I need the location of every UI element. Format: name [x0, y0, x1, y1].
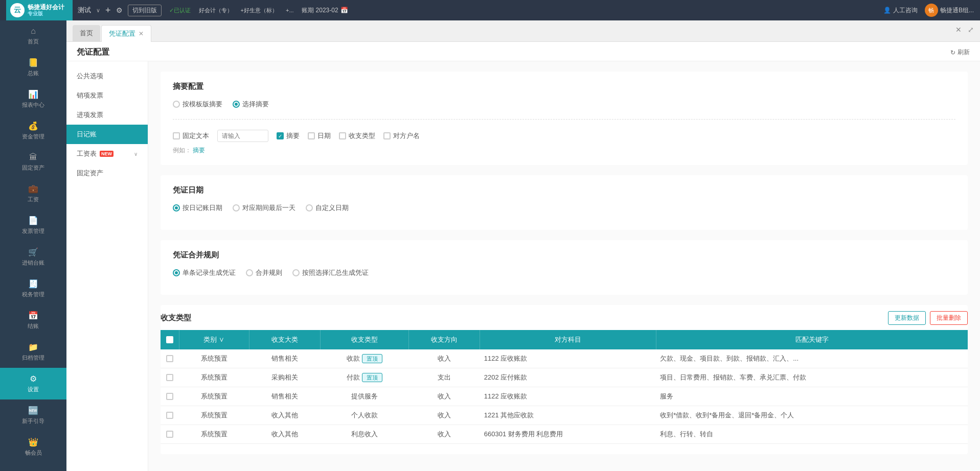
right-panel: 摘要配置 按模板版摘要 选择摘要	[148, 61, 980, 471]
funds-icon: 💰	[28, 121, 38, 131]
th-checkbox[interactable]	[161, 330, 179, 349]
sidebar-item-tax[interactable]: 🧾 税务管理	[0, 273, 66, 304]
sidebar-item-funds[interactable]: 💰 资金管理	[0, 115, 66, 147]
sidebar-item-settings[interactable]: ⚙ 设置	[0, 368, 66, 399]
row4-checkbox-cell[interactable]	[161, 406, 179, 425]
user-info[interactable]: 畅 畅捷通B组...	[925, 4, 974, 17]
update-data-button[interactable]: 更新数据	[888, 311, 926, 325]
left-menu-item-public[interactable]: 公共选项	[66, 66, 148, 86]
row3-checkbox[interactable]	[166, 393, 173, 400]
checkbox-box-date	[308, 132, 315, 139]
guide-icon: 🆕	[28, 406, 38, 415]
radio-period-last[interactable]: 对应期间最后一天	[233, 203, 295, 213]
sidebar-item-purchase[interactable]: 🛒 进销台账	[0, 241, 66, 273]
company-arrow[interactable]: ∨	[96, 7, 100, 14]
purchase-icon: 🛒	[28, 247, 38, 257]
left-menu-item-fixed-assets[interactable]: 固定资产	[66, 163, 148, 183]
sidebar-item-archive[interactable]: 📁 归档管理	[0, 336, 66, 368]
add-button[interactable]: +	[105, 5, 111, 16]
left-menu-item-purchase-invoice[interactable]: 进项发票	[66, 105, 148, 125]
checkbox-payment-type[interactable]: 收支类型	[339, 131, 375, 140]
company-name: 测试	[78, 6, 91, 15]
sidebar-item-reports[interactable]: 📊 报表中心	[0, 83, 66, 115]
sidebar-item-assets[interactable]: 🏛 固定资产	[0, 147, 66, 178]
th-keyword-label: 匹配关键字	[795, 336, 829, 343]
window-close-button[interactable]: ✕	[954, 25, 963, 35]
row2-checkbox[interactable]	[166, 374, 173, 381]
checkbox-label-payment-type: 收支类型	[349, 131, 375, 140]
radio-merge[interactable]: 合并规则	[246, 268, 282, 277]
sidebar-label-ledger: 总账	[28, 69, 39, 77]
checkbox-fixed-text[interactable]: 固定文本	[173, 131, 209, 140]
calendar-icon[interactable]: 📅	[340, 7, 348, 14]
checkbox-summary[interactable]: ✓ 摘要	[277, 131, 300, 140]
consult-button[interactable]: 👤 人工咨询	[883, 6, 918, 15]
sidebar-item-guide[interactable]: 🆕 新手引导	[0, 399, 66, 431]
tab-home-label: 首页	[80, 29, 93, 38]
select-all-checkbox[interactable]	[166, 336, 173, 343]
merge-rules-radio-group: 单条记录生成凭证 合并规则 按照选择汇总生成凭证	[173, 268, 955, 277]
window-controls: ✕ ⤢	[954, 25, 975, 35]
radio-custom-date[interactable]: 自定义日期	[306, 203, 349, 213]
refresh-button[interactable]: ↻ 刷新	[950, 48, 970, 57]
radio-summary-gen[interactable]: 按照选择汇总生成凭证	[292, 268, 369, 277]
radio-journal-date[interactable]: 按日记账日期	[173, 203, 222, 213]
row5-checkbox[interactable]	[166, 431, 173, 438]
row2-reset-tag[interactable]: 置顶	[362, 373, 382, 382]
window-expand-button[interactable]: ⤢	[967, 25, 975, 35]
period-value: 2023-02	[316, 7, 338, 14]
tab-close-icon[interactable]: ✕	[139, 30, 144, 37]
sidebar-item-salary[interactable]: 💼 工资	[0, 178, 66, 209]
row3-checkbox-cell[interactable]	[161, 387, 179, 406]
row2-checkbox-cell[interactable]	[161, 368, 179, 387]
checkbox-date[interactable]: 日期	[308, 131, 331, 140]
radio-label-journal-date: 按日记账日期	[183, 203, 222, 213]
left-menu-label-journal: 日记账	[77, 130, 97, 139]
example-text: 例如： 摘要	[173, 146, 955, 155]
sidebar-item-home[interactable]: ⌂ 首页	[0, 20, 66, 52]
tag-haoshengyi: +好生意（标）	[238, 6, 280, 15]
radio-label-select: 选择摘要	[242, 100, 269, 109]
row4-checkbox[interactable]	[166, 412, 173, 419]
invoices-icon: 📄	[28, 216, 38, 225]
row4-category: 系统预置	[179, 406, 249, 425]
sidebar-item-invoices[interactable]: 📄 发票管理	[0, 209, 66, 241]
row2-category: 系统预置	[179, 368, 249, 387]
user-avatar: 畅	[925, 4, 938, 17]
sidebar-item-ledger[interactable]: 📒 总账	[0, 52, 66, 83]
row5-checkbox-cell[interactable]	[161, 425, 179, 444]
page-header: 凭证配置 ↻ 刷新	[66, 42, 980, 61]
tab-home[interactable]: 首页	[73, 25, 100, 41]
sidebar-item-member[interactable]: 👑 畅会员	[0, 431, 66, 463]
row1-reset-tag[interactable]: 置顶	[362, 354, 382, 363]
sidebar-label-tax: 税务管理	[22, 291, 44, 298]
batch-delete-button[interactable]: 批量删除	[930, 311, 968, 325]
row3-direction: 收入	[408, 387, 480, 406]
merge-rules-title: 凭证合并规则	[173, 250, 955, 260]
gear-icon[interactable]: ⚙	[116, 6, 123, 14]
ledger-icon: 📒	[28, 58, 38, 67]
radio-single[interactable]: 单条记录生成凭证	[173, 268, 236, 277]
radio-select[interactable]: 选择摘要	[233, 100, 269, 109]
example-value: 摘要	[193, 147, 205, 154]
fixed-text-input[interactable]	[217, 130, 268, 142]
left-menu-item-sales-invoice[interactable]: 销项发票	[66, 86, 148, 105]
table-header-row-el: 类别 ∨ 收支大类 收支类型 收支方向 对方科目 匹配关键字	[161, 330, 968, 349]
checkbox-counterpart[interactable]: 对方户名	[383, 131, 420, 140]
sidebar-item-closing[interactable]: 📅 结账	[0, 304, 66, 336]
topbar: 云 畅捷通好会计 专业版 测试 ∨ + ⚙ 切到旧版 ✓已认证 好会计（专） +…	[0, 0, 980, 20]
radio-circle-merge	[246, 269, 253, 276]
switch-version-button[interactable]: 切到旧版	[128, 5, 162, 16]
row5-direction: 收入	[408, 425, 480, 444]
radio-template[interactable]: 按模板版摘要	[173, 100, 222, 109]
refresh-label: 刷新	[958, 48, 970, 57]
left-menu-item-journal[interactable]: 日记账	[66, 125, 148, 144]
tag-certified: ✓已认证	[167, 6, 193, 15]
left-menu-item-salary-table[interactable]: 工资表 NEW ∨	[66, 144, 148, 163]
row1-keyword: 欠款、现金、项目款、到款、报销款、汇入、...	[656, 349, 968, 368]
row1-checkbox[interactable]	[166, 355, 173, 362]
checkbox-box-summary: ✓	[277, 132, 284, 139]
tab-voucher-config[interactable]: 凭证配置 ✕	[101, 25, 151, 42]
row1-checkbox-cell[interactable]	[161, 349, 179, 368]
table-row: 系统预置 销售相关 收款 置顶 收入 1122 应收账款 欠款、现金、项目款、到…	[161, 349, 968, 368]
